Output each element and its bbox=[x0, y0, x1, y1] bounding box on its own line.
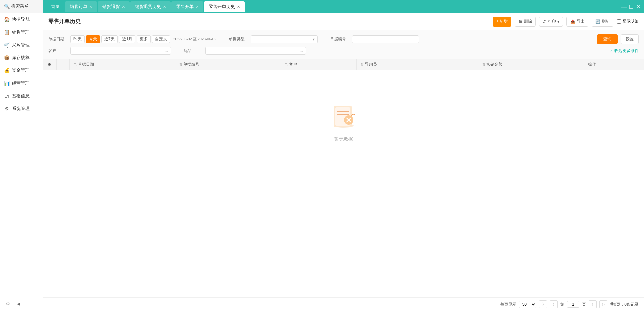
delete-button[interactable]: 🗑 删除 bbox=[515, 17, 536, 27]
select-all-checkbox[interactable] bbox=[61, 62, 65, 66]
tab-sales-order-close[interactable]: ✕ bbox=[89, 5, 92, 9]
empty-text: 暂无数据 bbox=[334, 136, 353, 142]
sidebar-item-ops-mgmt[interactable]: 📊 经营管理 bbox=[0, 77, 43, 90]
tab-retail-open-close[interactable]: ✕ bbox=[196, 5, 199, 9]
th-salesperson[interactable]: 导购员 bbox=[356, 59, 447, 70]
tab-retail-open-history[interactable]: 零售开单历史 ✕ bbox=[204, 1, 245, 12]
goods-dots[interactable]: ... bbox=[300, 48, 303, 53]
query-button[interactable]: 查询 bbox=[597, 34, 618, 44]
tab-home-label: 首页 bbox=[51, 4, 60, 10]
sales-icon: 📋 bbox=[4, 30, 9, 35]
window-controls: — □ ✕ bbox=[621, 4, 641, 10]
sidebar-item-quick-nav[interactable]: 🏠 快捷导航 bbox=[0, 13, 43, 26]
filter-dates: 昨天 今天 近7天 近1月 更多 自定义 2023-06-02 至 2023-0… bbox=[70, 35, 216, 43]
inventory-icon: 📦 bbox=[4, 55, 9, 60]
th-amount[interactable]: 实销金额 bbox=[478, 59, 584, 70]
page-suffix: 页 bbox=[582, 302, 586, 307]
date-custom-btn[interactable]: 自定义 bbox=[152, 35, 170, 43]
th-check[interactable] bbox=[56, 59, 69, 70]
page-label: 第 bbox=[560, 302, 564, 307]
toolbar: + 新增 🗑 删除 🖨 打印 ▾ 📤 导出 🔄 刷新 bbox=[493, 17, 639, 27]
th-spacer bbox=[447, 59, 478, 70]
tab-retail-open-history-label: 零售开单历史 bbox=[209, 4, 235, 10]
delete-icon: 🗑 bbox=[518, 19, 523, 24]
prev-page-btn[interactable]: ⟨ bbox=[550, 300, 558, 308]
sidebar-item-sys-mgmt[interactable]: ⚙ 系统管理 bbox=[0, 102, 43, 115]
date-7days-btn[interactable]: 近7天 bbox=[101, 35, 118, 43]
tab-sales-return-label: 销货退货 bbox=[102, 4, 120, 10]
print-dropdown-icon: ▾ bbox=[557, 19, 559, 24]
sidebar-item-label: 库存核算 bbox=[12, 55, 30, 61]
filter-action-buttons: 查询 设置 bbox=[597, 34, 639, 44]
date-1month-btn[interactable]: 近1月 bbox=[119, 35, 136, 43]
collapse-sidebar-icon[interactable]: ◀ bbox=[15, 300, 23, 308]
th-action: 操作 bbox=[584, 59, 644, 70]
empty-illustration bbox=[327, 97, 360, 131]
tab-sales-return-history-label: 销货退货历史 bbox=[135, 4, 161, 10]
bill-no-label: 单据编号 bbox=[330, 36, 347, 42]
bill-type-select[interactable]: ▾ bbox=[251, 35, 318, 43]
th-gear[interactable]: ⚙ bbox=[43, 59, 56, 70]
pagination: 每页显示 10 20 50 100 ⟨⟨ ⟨ 第 1 页 ⟩ ⟩⟩ 共0页，0条… bbox=[43, 297, 644, 311]
home-icon: 🏠 bbox=[4, 17, 9, 22]
th-date[interactable]: 单据日期 bbox=[69, 59, 175, 70]
sidebar-item-label: 经营管理 bbox=[12, 80, 30, 86]
customer-input-wrapper[interactable]: ... bbox=[70, 47, 171, 55]
page-content: 零售开单历史 + 新增 🗑 删除 🖨 打印 ▾ 📤 导出 🔄 bbox=[43, 13, 644, 311]
tab-sales-return-history[interactable]: 销货退货历史 ✕ bbox=[130, 1, 171, 12]
tab-home[interactable]: 首页 bbox=[46, 1, 64, 12]
chevron-up-icon: ∧ bbox=[610, 48, 613, 53]
page-size-label: 每页显示 bbox=[500, 302, 516, 307]
next-page-btn[interactable]: ⟩ bbox=[589, 300, 597, 308]
refresh-button[interactable]: 🔄 刷新 bbox=[592, 17, 613, 27]
main-area: 首页 销售订单 ✕ 销货退货 ✕ 销货退货历史 ✕ 零售开单 ✕ 零售开单历史 … bbox=[43, 0, 644, 311]
sidebar-item-inventory[interactable]: 📦 库存核算 bbox=[0, 51, 43, 64]
tab-retail-open-history-close[interactable]: ✕ bbox=[237, 5, 240, 9]
date-label: 单据日期 bbox=[48, 36, 65, 42]
sidebar-item-sales-mgmt[interactable]: 📋 销售管理 bbox=[0, 26, 43, 39]
tab-sales-return[interactable]: 销货退货 ✕ bbox=[98, 1, 130, 12]
sidebar-item-basic-info[interactable]: 🗂 基础信息 bbox=[0, 90, 43, 102]
display-detail-checkbox[interactable]: 显示明细 bbox=[617, 19, 639, 24]
sidebar-bottom: ⚙ ◀ bbox=[0, 296, 43, 311]
sidebar-item-finance[interactable]: 💰 资金管理 bbox=[0, 64, 43, 77]
th-no[interactable]: 单据编号 bbox=[175, 59, 281, 70]
page-size-select[interactable]: 10 20 50 100 bbox=[519, 301, 536, 308]
settings-filter-button[interactable]: 设置 bbox=[621, 34, 639, 44]
tab-sales-order[interactable]: 销售订单 ✕ bbox=[65, 1, 97, 12]
settings-icon[interactable]: ⚙ bbox=[4, 300, 12, 308]
page-title: 零售开单历史 bbox=[48, 18, 81, 25]
tab-retail-open[interactable]: 零售开单 ✕ bbox=[171, 1, 203, 12]
display-detail-input[interactable] bbox=[617, 19, 621, 24]
sidebar-item-label: 采购管理 bbox=[12, 42, 30, 48]
bill-no-input[interactable] bbox=[352, 35, 419, 43]
th-customer[interactable]: 客户 bbox=[281, 59, 356, 70]
tab-sales-return-close[interactable]: ✕ bbox=[122, 5, 125, 9]
date-today-btn[interactable]: 今天 bbox=[86, 35, 100, 43]
last-page-btn[interactable]: ⟩⟩ bbox=[599, 300, 607, 308]
sidebar-item-label: 资金管理 bbox=[12, 67, 30, 73]
add-button[interactable]: + 新增 bbox=[493, 17, 511, 27]
minimize-button[interactable]: — bbox=[621, 4, 627, 10]
date-more-btn[interactable]: 更多 bbox=[137, 35, 151, 43]
bill-type-label: 单据类型 bbox=[229, 36, 245, 42]
first-page-btn[interactable]: ⟨⟨ bbox=[539, 300, 547, 308]
basic-info-icon: 🗂 bbox=[4, 93, 9, 99]
data-table: ⚙ 单据日期 单据编号 客户 导购员 实销金额 操作 bbox=[43, 59, 644, 70]
sidebar-search[interactable]: 🔍 搜索采单 bbox=[0, 0, 43, 13]
export-button[interactable]: 📤 导出 bbox=[566, 17, 588, 27]
goods-input-wrapper[interactable]: ... bbox=[205, 47, 306, 55]
date-yesterday-btn[interactable]: 昨天 bbox=[70, 35, 85, 43]
page-header: 零售开单历史 + 新增 🗑 删除 🖨 打印 ▾ 📤 导出 🔄 bbox=[43, 13, 644, 30]
print-button[interactable]: 🖨 打印 ▾ bbox=[539, 17, 563, 27]
total-text: 共0页，0条记录 bbox=[610, 302, 639, 307]
close-window-button[interactable]: ✕ bbox=[636, 4, 641, 10]
sidebar-item-purchase-mgmt[interactable]: 🛒 采购管理 bbox=[0, 39, 43, 51]
customer-dots[interactable]: ... bbox=[165, 48, 168, 53]
goods-label: 商品 bbox=[183, 48, 200, 54]
tab-sales-return-history-close[interactable]: ✕ bbox=[163, 5, 166, 9]
collapse-btn[interactable]: ∧ 收起更多条件 bbox=[610, 48, 639, 54]
maximize-button[interactable]: □ bbox=[629, 4, 633, 10]
page-number-input[interactable]: 1 bbox=[567, 301, 579, 308]
top-nav: 首页 销售订单 ✕ 销货退货 ✕ 销货退货历史 ✕ 零售开单 ✕ 零售开单历史 … bbox=[43, 0, 644, 13]
